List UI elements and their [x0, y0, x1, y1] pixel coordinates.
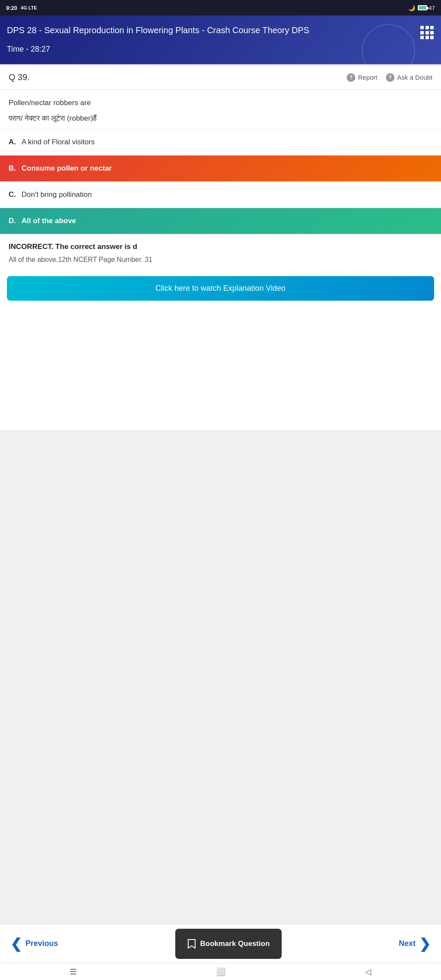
grid-dot	[425, 26, 429, 29]
question-actions: ? Report ? Ask a Doubt	[347, 73, 432, 82]
time-display: 9:20	[6, 5, 17, 11]
battery-display: 47	[418, 5, 435, 11]
option-c-text: Don't bring pollination	[22, 190, 432, 199]
course-title: DPS 28 - Sexual Reproduction in Flowerin…	[7, 24, 420, 36]
question-text-hindi: पराग/ नेक्टर का लूटेरा (robber)हैं	[9, 113, 432, 124]
option-c-label: C.	[9, 190, 17, 199]
grid-dot	[430, 36, 434, 39]
question-body: Pollen/nectar robbers are पराग/ नेक्टर क…	[0, 90, 441, 129]
grid-dot	[430, 31, 434, 34]
option-d-text: All of the above	[22, 217, 432, 225]
option-a-label: A.	[9, 138, 17, 146]
status-right: 🌙 47	[408, 5, 435, 11]
video-button[interactable]: Click here to watch Explanation Video	[7, 276, 434, 301]
report-label: Report	[358, 74, 377, 81]
grid-dot	[420, 26, 424, 29]
next-label: Next	[399, 939, 416, 948]
signal-icon: 4G LTE	[21, 5, 37, 10]
next-button[interactable]: Next ❯	[388, 924, 441, 963]
bookmark-label: Bookmark Question	[200, 940, 270, 948]
bottom-navigation: ❮ Previous Bookmark Question Next ❯	[0, 924, 441, 963]
option-b-label: B.	[9, 164, 17, 173]
question-header: Q 39. ? Report ? Ask a Doubt	[0, 65, 441, 90]
option-d[interactable]: D. All of the above	[0, 208, 441, 234]
question-number: Q 39.	[9, 72, 30, 82]
result-heading: INCORRECT. The correct answer is d	[9, 243, 432, 251]
ask-doubt-label: Ask a Doubt	[397, 74, 432, 81]
ask-doubt-icon: ?	[386, 73, 394, 82]
system-nav-bar: ☰ ⬜ ◁	[0, 963, 441, 980]
option-a-text: A kind of Floral visitors	[22, 138, 432, 146]
next-arrow-icon: ❯	[419, 936, 431, 952]
content-spacer	[0, 309, 441, 430]
ask-doubt-button[interactable]: ? Ask a Doubt	[386, 73, 432, 82]
option-a[interactable]: A. A kind of Floral visitors	[0, 129, 441, 156]
hamburger-icon[interactable]: ☰	[70, 967, 77, 977]
battery-icon	[418, 5, 427, 10]
result-section: INCORRECT. The correct answer is d All o…	[0, 234, 441, 269]
battery-level: 47	[429, 5, 435, 11]
bookmark-icon	[187, 939, 196, 949]
options-container: A. A kind of Floral visitors B. Consume …	[0, 129, 441, 234]
back-triangle-icon[interactable]: ◁	[365, 967, 371, 977]
grid-dot	[420, 36, 424, 39]
home-square-icon[interactable]: ⬜	[216, 967, 226, 977]
grid-dot	[425, 31, 429, 34]
video-btn-container: Click here to watch Explanation Video	[0, 269, 441, 309]
option-c[interactable]: C. Don't bring pollination	[0, 182, 441, 208]
grid-dot	[430, 26, 434, 29]
moon-icon: 🌙	[408, 5, 415, 11]
question-text-english: Pollen/nectar robbers are	[9, 97, 432, 109]
bookmark-button[interactable]: Bookmark Question	[175, 929, 282, 959]
report-icon: ?	[347, 73, 355, 82]
timer-display: Time - 28:27	[7, 45, 434, 54]
option-d-label: D.	[9, 217, 17, 225]
grid-dot	[420, 31, 424, 34]
status-bar: 9:20 4G LTE 🌙 47	[0, 0, 441, 16]
grid-dot	[425, 36, 429, 39]
previous-button[interactable]: ❮ Previous	[0, 924, 68, 963]
option-b[interactable]: B. Consume pollen or nectar	[0, 156, 441, 182]
grid-menu-icon[interactable]	[420, 26, 434, 40]
header: DPS 28 - Sexual Reproduction in Flowerin…	[0, 16, 441, 64]
previous-arrow-icon: ❮	[10, 936, 22, 952]
previous-label: Previous	[25, 939, 58, 948]
content-area: Q 39. ? Report ? Ask a Doubt Pollen/nect…	[0, 64, 441, 430]
option-b-text: Consume pollen or nectar	[22, 164, 432, 173]
result-detail: All of the above,12th NCERT Page Number.…	[9, 255, 432, 265]
status-time: 9:20 4G LTE	[6, 5, 37, 11]
report-button[interactable]: ? Report	[347, 73, 377, 82]
